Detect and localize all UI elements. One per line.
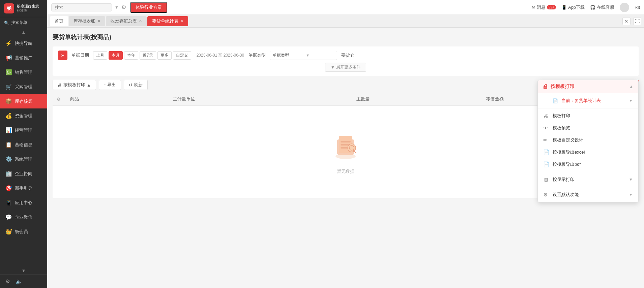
sidebar-item-label: 销售管理 [15, 69, 32, 75]
dropdown-collapse-icon[interactable]: ▲ [629, 84, 634, 89]
sidebar-item-guide[interactable]: 🎯 新手引导 [0, 181, 47, 195]
sidebar-item-label: 资金管理 [15, 113, 32, 119]
table-settings-icon[interactable]: ⚙ [57, 97, 61, 102]
sound-icon[interactable]: 🔈 [16, 278, 22, 285]
sidebar-item-label: 企业微信 [15, 214, 32, 220]
sidebar-item-purchase[interactable]: 🛒 采购管理 [0, 79, 47, 94]
filter-toggle-button[interactable]: » [58, 51, 67, 60]
user-avatar[interactable] [620, 3, 629, 12]
settings-icon[interactable]: ⚙ [5, 278, 10, 285]
sidebar-item-wechat[interactable]: 💬 企业微信 [0, 210, 47, 224]
date-btn-more[interactable]: 更多 [157, 51, 172, 60]
topbar-search-chevron-icon[interactable]: ▼ [115, 5, 119, 10]
sidebar-item-enterprise[interactable]: 🏢 企业协同 [0, 166, 47, 181]
dropdown-item-display-print[interactable]: 🖥 按显示打印 ▼ [538, 173, 638, 186]
tab-home[interactable]: 首页 [50, 16, 68, 26]
print-template-button[interactable]: 🖨 按模板打印 ▲ [53, 80, 96, 90]
sidebar-item-sales[interactable]: 💹 销售管理 [0, 65, 47, 79]
dropdown-item-export-excel[interactable]: 📄 按模板导出excel [538, 146, 638, 158]
online-service-button[interactable]: 🎧 在线客服 [590, 4, 614, 10]
topbar-gear-icon[interactable]: ⚙ [121, 4, 126, 10]
template-print-icon: 🖨 [543, 113, 549, 119]
dropdown-item-template-custom[interactable]: ✏ 模板自定义设计 [538, 134, 638, 146]
purchase-icon: 🛒 [5, 84, 12, 90]
sidebar-item-system[interactable]: ⚙️ 系统管理 [0, 152, 47, 166]
template-preview-icon: 👁 [543, 125, 549, 131]
tab-fullscreen-button[interactable]: ⛶ [633, 17, 641, 25]
sidebar-item-finance[interactable]: 💰 资金管理 [0, 108, 47, 123]
search-icon: 🔍 [4, 21, 9, 25]
sidebar-item-member[interactable]: 👑 畅会员 [0, 224, 47, 239]
dropdown-header: 🖨 按模板打印 ▲ [538, 80, 638, 93]
empty-text: 暂无数据 [337, 168, 354, 174]
sidebar-item-marketing[interactable]: 📢 营销推广 [0, 51, 47, 65]
dropdown-default-setting-section: ⚙ 设置默认功能 ▼ [538, 187, 638, 202]
sidebar-item-label: 营销推广 [15, 55, 32, 61]
message-badge: 99+ [547, 5, 556, 9]
action-row: 🖨 按模板打印 ▲ ↑ 导出 ↺ 刷新 ··· 查询 设置 🖨 [53, 80, 639, 90]
sidebar-search[interactable]: 🔍 搜索菜单 [0, 17, 47, 28]
dropdown-item-template-print[interactable]: 🖨 模板打印 [538, 110, 638, 122]
trial-button[interactable]: 体验行业方案 [130, 2, 167, 13]
sales-icon: 💹 [5, 69, 12, 75]
sidebar-search-label: 搜索菜单 [11, 20, 27, 26]
message-button[interactable]: ✉ 消息 99+ [532, 4, 556, 10]
dropdown-header-left: 🖨 按模板打印 [543, 84, 574, 90]
date-btn-last7[interactable]: 近7天 [140, 51, 156, 60]
app-name: 畅康通好生意 [17, 4, 39, 8]
print-template-label: 按模板打印 [63, 82, 85, 88]
sidebar-item-app-center[interactable]: 📱 应用中心 [0, 195, 47, 210]
sidebar-nav: ⚡ 快捷导航 📢 营销推广 💹 销售管理 🛒 采购管理 📦 库存核算 💰 资金管… [0, 36, 47, 267]
export-excel-icon: 📄 [543, 149, 549, 155]
app-logo: 畅 畅康通好生意 标准版 [0, 0, 47, 17]
dropdown-item-label: 按模板导出pdf [553, 161, 581, 167]
tab-inventory-batch[interactable]: 库存批次账 ✕ [69, 16, 105, 26]
headset-icon: 🎧 [590, 5, 595, 10]
dropdown-item-template-preview[interactable]: 👁 模板预览 [538, 122, 638, 134]
sidebar-item-quick-nav[interactable]: ⚡ 快捷导航 [0, 36, 47, 51]
sidebar-item-operation[interactable]: 📊 经营管理 [0, 123, 47, 137]
tab-close-all-button[interactable]: ✕ [622, 17, 631, 25]
current-template-icon: 📄 [553, 98, 558, 103]
dropdown-item-export-pdf[interactable]: 📄 按模板导出pdf [538, 158, 638, 170]
tab-order-summary-close-icon[interactable]: ✕ [180, 19, 183, 23]
date-range-display: 2023-06-01 至 2023-06-30 [197, 53, 244, 58]
sidebar-item-inventory[interactable]: 📦 库存核算 [0, 94, 47, 108]
date-btn-prev-month[interactable]: 上月 [93, 51, 107, 60]
quick-nav-icon: ⚡ [5, 40, 12, 46]
dropdown-item-default-setting[interactable]: ⚙ 设置默认功能 ▼ [538, 189, 638, 201]
topbar-search-input[interactable] [51, 3, 112, 11]
order-type-select[interactable]: 单据类型 ▼ [270, 51, 337, 60]
tabbar-right-controls: ✕ ⛶ [622, 17, 641, 25]
print-template-dropdown: 🖨 按模板打印 ▲ 📄 当前：要货单统计表 ▼ [537, 80, 639, 202]
dropdown-display-print-section: 🖥 按显示打印 ▼ [538, 172, 638, 187]
tab-inventory-batch-close-icon[interactable]: ✕ [97, 19, 100, 23]
order-goods-label: 要货仓 [341, 52, 354, 58]
dropdown-print-icon: 🖨 [543, 84, 548, 90]
export-button[interactable]: ↑ 导出 [99, 80, 121, 90]
tab-order-summary[interactable]: 要货单统计表 ✕ [147, 16, 188, 26]
export-icon: ↑ [104, 83, 106, 88]
dropdown-items-section: 🖨 模板打印 👁 模板预览 ✏ 模板自定义设计 📄 按模板导出excel [538, 108, 638, 172]
date-btn-custom[interactable]: 自定义 [173, 51, 191, 60]
refresh-button[interactable]: ↺ 刷新 [124, 80, 148, 90]
topbar: ▼ ⚙ 体验行业方案 ✉ 消息 99+ 📱 App下载 🎧 在线客服 Rit [47, 0, 644, 15]
date-filter-label: 单据日期 [71, 52, 89, 58]
tab-receivable-summary[interactable]: 收发存汇总表 ✕ [106, 16, 147, 26]
tab-home-label: 首页 [55, 18, 63, 24]
tab-receivable-summary-close-icon[interactable]: ✕ [139, 19, 142, 23]
system-icon: ⚙️ [5, 156, 12, 162]
print-chevron-icon: ▲ [87, 83, 91, 88]
sidebar-item-base[interactable]: 📋 基础信息 [0, 137, 47, 152]
dropdown-current-item[interactable]: 📄 当前：要货单统计表 ▼ [538, 95, 638, 107]
date-btn-current-year[interactable]: 本年 [124, 51, 138, 60]
marketing-icon: 📢 [5, 55, 12, 61]
table-th-settings[interactable]: ⚙ [53, 93, 66, 106]
date-btn-current-month[interactable]: 本月 [109, 51, 123, 60]
dropdown-title: 按模板打印 [551, 84, 574, 90]
sidebar-scroll-down[interactable]: ▼ [0, 267, 47, 275]
message-label: 消息 [537, 4, 546, 10]
sidebar-scroll-up[interactable]: ▲ [0, 28, 47, 36]
app-download-button[interactable]: 📱 App下载 [561, 4, 585, 10]
expand-more-button[interactable]: ▼ 展开更多条件 [325, 63, 366, 72]
